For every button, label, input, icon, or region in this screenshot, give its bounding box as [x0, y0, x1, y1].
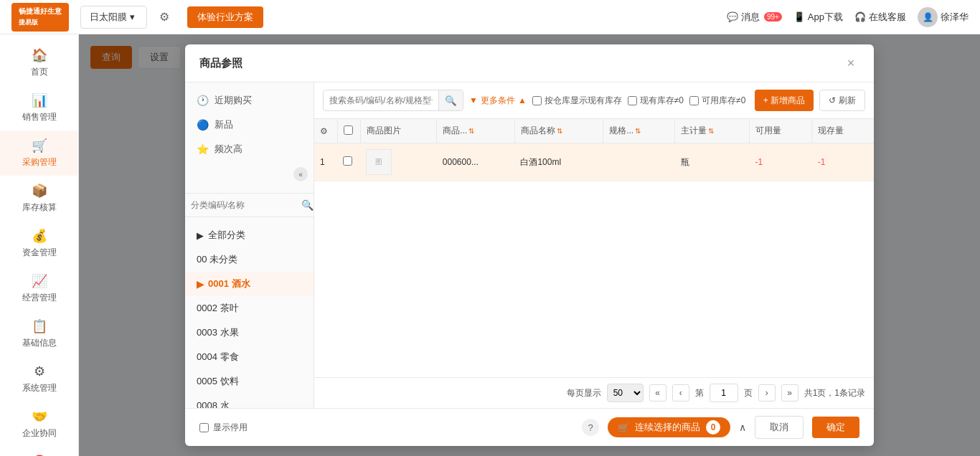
cart-count: 0 [706, 420, 720, 434]
purchase-icon: 🛒 [32, 138, 47, 153]
sidebar-label-inventory: 库存核算 [22, 201, 57, 214]
user-item[interactable]: 👤 徐泽华 [918, 7, 969, 27]
select-all-checkbox[interactable] [344, 125, 353, 135]
left-panel: 🕐 近期购买 🔵 新品 ⭐ 频次高 « [185, 82, 314, 408]
filter-up-icon: ▲ [518, 95, 527, 105]
help-btn[interactable]: ? [582, 419, 599, 436]
cart-area[interactable]: 🛒 连续选择的商品 0 [608, 417, 730, 437]
sidebar-label-collab: 企业协同 [22, 427, 57, 440]
product-search-btn[interactable]: 🔍 [438, 90, 463, 111]
category-00[interactable]: 00 未分类 [185, 247, 314, 272]
th-spec: 规格... ⇅ [603, 119, 675, 143]
spec-sort-icon[interactable]: ⇅ [635, 127, 641, 135]
collapse-left-btn[interactable]: « [293, 167, 308, 181]
tab-frequent[interactable]: ⭐ 频次高 [185, 137, 314, 161]
sidebar-item-guide[interactable]: 🎯 新手引导 [0, 447, 78, 456]
message-icon: 💬 [727, 11, 738, 22]
content-area: 查询 设置 商品参照 × 🕐 近期购买 [79, 34, 980, 456]
online-service-item[interactable]: 🎧 在线客服 [854, 11, 906, 24]
category-search-icon[interactable]: 🔍 [301, 199, 314, 211]
message-badge: 99+ [764, 12, 782, 22]
footer-left: 显示停用 [199, 422, 248, 434]
page-label: 第 [695, 387, 704, 399]
th-name: 商品名称 ⇅ [514, 119, 603, 143]
last-page-btn[interactable]: » [781, 384, 798, 402]
store-name: 日太阳膜 [90, 11, 127, 24]
filter-icon: ▼ [469, 95, 478, 105]
checkbox-available-label: 可用库存≠0 [702, 95, 745, 107]
show-disabled-checkbox[interactable] [199, 423, 209, 432]
category-0002[interactable]: 0002 茶叶 [185, 296, 314, 320]
row-check [337, 143, 360, 181]
modal-body: 🕐 近期购买 🔵 新品 ⭐ 频次高 « [185, 82, 874, 408]
sidebar-item-purchase[interactable]: 🛒 采购管理 [0, 130, 78, 176]
table-settings-icon[interactable]: ⚙ [320, 126, 328, 136]
table-row[interactable]: 1 图 000600... 白酒100ml [314, 143, 874, 181]
new-icon: 🔵 [197, 119, 209, 130]
code-sort-icon[interactable]: ⇅ [468, 127, 474, 135]
first-page-btn[interactable]: « [649, 384, 666, 402]
store-dropdown[interactable]: 日太阳膜 ▾ [80, 6, 147, 29]
collab-icon: 🤝 [32, 409, 47, 424]
sidebar-item-inventory[interactable]: 📦 库存核算 [0, 176, 78, 221]
category-all-arrow: ▶ [197, 230, 204, 241]
sidebar-item-system[interactable]: ⚙ 系统管理 [0, 356, 78, 402]
phone-icon: 📱 [793, 11, 805, 22]
category-0005-label: 0005 饮料 [197, 375, 239, 388]
prev-page-btn[interactable]: ‹ [672, 384, 689, 402]
sidebar-item-basic[interactable]: 📋 基础信息 [0, 311, 78, 356]
next-page-btn[interactable]: › [758, 384, 776, 402]
tab-new-product[interactable]: 🔵 新品 [185, 113, 314, 137]
sidebar-label-home: 首页 [31, 66, 48, 78]
row-checkbox[interactable] [343, 156, 352, 166]
category-0003[interactable]: 0003 水果 [185, 320, 314, 345]
category-0003-label: 0003 水果 [197, 326, 239, 339]
checkbox-stock[interactable] [628, 96, 637, 105]
sidebar-label-basic: 基础信息 [22, 337, 57, 349]
name-sort-icon[interactable]: ⇅ [557, 127, 562, 135]
sales-icon: 📊 [32, 92, 47, 108]
footer-right: ? 🛒 连续选择的商品 0 ∧ 取消 确定 [582, 416, 859, 439]
filter-btn[interactable]: ▼ 更多条件 ▲ [469, 95, 527, 107]
cart-collapse-icon[interactable]: ∧ [739, 422, 746, 433]
category-0004[interactable]: 0004 零食 [185, 345, 314, 369]
product-table-wrap: ⚙ 商品图片 [314, 119, 874, 377]
checkbox-stock-wrap: 现有库存≠0 [628, 95, 684, 107]
gear-button[interactable]: ⚙ [153, 6, 176, 29]
category-0005[interactable]: 0005 饮料 [185, 369, 314, 394]
category-all[interactable]: ▶ 全部分类 [185, 223, 314, 247]
row-stock: -1 [812, 143, 874, 181]
th-code: 商品... ⇅ [437, 119, 515, 143]
product-search-input[interactable] [324, 95, 438, 105]
sidebar-item-home[interactable]: 🏠 首页 [0, 40, 78, 85]
sidebar: 🏠 首页 📊 销售管理 🛒 采购管理 📦 库存核算 💰 资金管理 📈 经营管理 … [0, 34, 79, 456]
cancel-btn[interactable]: 取消 [755, 416, 804, 439]
sidebar-item-collab[interactable]: 🤝 企业协同 [0, 402, 78, 447]
sidebar-item-sales[interactable]: 📊 销售管理 [0, 85, 78, 130]
sidebar-item-ops[interactable]: 📈 经营管理 [0, 266, 78, 311]
cart-icon: 🛒 [618, 422, 629, 433]
category-0001[interactable]: ▶ 0001 酒水 [185, 272, 314, 296]
checkbox-warehouse[interactable] [532, 96, 542, 105]
refresh-btn[interactable]: ↺ 刷新 [819, 90, 865, 111]
category-search-input[interactable] [191, 200, 298, 210]
app-download-item[interactable]: 📱 App下载 [793, 11, 843, 24]
modal: 商品参照 × 🕐 近期购买 🔵 [185, 44, 874, 446]
trial-btn[interactable]: 体验行业方案 [187, 6, 263, 28]
tab-frequent-label: 频次高 [215, 143, 242, 156]
left-panel-tabs: 🕐 近期购买 🔵 新品 ⭐ 频次高 « [185, 82, 314, 194]
modal-close-button[interactable]: × [842, 54, 859, 72]
category-0008[interactable]: 0008 水 [185, 394, 314, 408]
pagination: 每页显示 50 10 20 100 « ‹ 第 页 [314, 377, 874, 408]
checkbox-available[interactable] [689, 96, 699, 105]
confirm-btn[interactable]: 确定 [812, 417, 859, 438]
add-product-btn[interactable]: + 新增商品 [755, 90, 814, 111]
sidebar-item-finance[interactable]: 💰 资金管理 [0, 221, 78, 266]
unit-sort-icon[interactable]: ⇅ [708, 127, 714, 135]
checkbox-available-wrap: 可用库存≠0 [689, 95, 745, 107]
refresh-icon: ↺ [829, 95, 836, 105]
page-input[interactable] [710, 384, 738, 402]
page-size-select[interactable]: 50 10 20 100 [607, 384, 644, 402]
tab-recent-purchase[interactable]: 🕐 近期购买 [185, 88, 314, 113]
message-item[interactable]: 💬 消息 99+ [727, 11, 782, 24]
